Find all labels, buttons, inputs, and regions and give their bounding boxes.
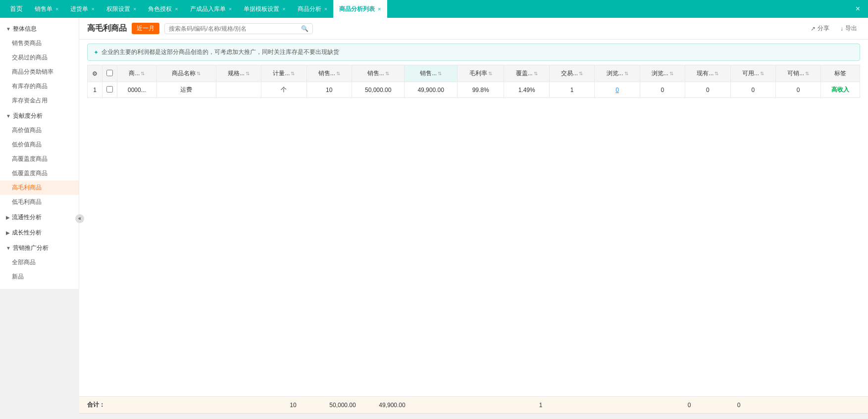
close-analysis-tab[interactable]: × bbox=[324, 6, 327, 12]
row-checkbox[interactable] bbox=[106, 86, 113, 93]
sort-icon-sales3: ⇅ bbox=[438, 71, 442, 76]
nav-product-entry[interactable]: 产成品入库单 × bbox=[184, 0, 238, 18]
sidebar-section-marketing: ▼ 营销推广分析 全部商品 新品 bbox=[0, 241, 79, 284]
col-code[interactable]: 商... ⇅ bbox=[117, 65, 157, 82]
section-arrow-contribution: ▼ bbox=[6, 113, 11, 119]
sidebar-item-low-margin[interactable]: 低毛利商品 bbox=[0, 195, 79, 209]
sort-icon-browse2: ⇅ bbox=[669, 71, 673, 76]
sort-icon-sales2: ⇅ bbox=[385, 71, 389, 76]
col-sales1[interactable]: 销售... ⇅ bbox=[306, 65, 352, 82]
close-template-tab[interactable]: × bbox=[282, 6, 285, 12]
cell-checkbox bbox=[102, 82, 117, 98]
col-coverage[interactable]: 覆盖... ⇅ bbox=[504, 65, 549, 82]
col-browse1[interactable]: 浏览... ⇅ bbox=[595, 65, 640, 82]
col-gross-rate[interactable]: 毛利率 ⇅ bbox=[457, 65, 504, 82]
col-name[interactable]: 商品名称 ⇅ bbox=[156, 65, 216, 82]
sort-icon-current: ⇅ bbox=[715, 71, 718, 76]
sidebar-collapse-btn[interactable]: « bbox=[75, 214, 84, 223]
sidebar-item-category-rate[interactable]: 商品分类助销率 bbox=[0, 65, 79, 79]
sidebar-section-contribution-title[interactable]: ▼ 贡献度分析 bbox=[0, 109, 79, 123]
sidebar-section-liquidity-title[interactable]: ▶ 流通性分析 bbox=[0, 210, 79, 225]
sidebar-item-new-goods[interactable]: 新品 bbox=[0, 270, 79, 284]
col-available[interactable]: 可用... ⇅ bbox=[730, 65, 775, 82]
tag-label: 高收入 bbox=[831, 86, 849, 93]
sort-icon-unit: ⇅ bbox=[291, 71, 295, 76]
cell-gross-rate: 99.8% bbox=[457, 82, 504, 98]
table-header-row: ⚙ 商... ⇅ 商品名称 bbox=[88, 65, 860, 82]
export-button[interactable]: ↓ 导出 bbox=[837, 23, 860, 34]
filter-month-button[interactable]: 近一月 bbox=[132, 23, 159, 34]
col-transaction[interactable]: 交易... ⇅ bbox=[549, 65, 594, 82]
nav-sales[interactable]: 销售单 × bbox=[29, 0, 64, 18]
horizontal-scrollbar[interactable] bbox=[79, 413, 868, 419]
cell-available: 0 bbox=[730, 82, 775, 98]
sidebar-section-marketing-title[interactable]: ▼ 营销推广分析 bbox=[0, 241, 79, 255]
col-sales3[interactable]: 销售... ⇅ bbox=[405, 65, 457, 82]
col-spec[interactable]: 规格... ⇅ bbox=[216, 65, 261, 82]
info-icon: ✦ bbox=[94, 49, 99, 56]
footer-sales3: 49,900.00 bbox=[372, 402, 412, 409]
info-text: 企业的主要的利润都是这部分商品创造的，可考虑加大推广，同时关注库存是不要出现缺货 bbox=[102, 48, 339, 56]
sort-icon-code: ⇅ bbox=[141, 71, 145, 76]
sort-icon-gross: ⇅ bbox=[488, 71, 492, 76]
close-purchase-tab[interactable]: × bbox=[91, 6, 94, 12]
sort-icon-browse1: ⇅ bbox=[624, 71, 628, 76]
col-settings[interactable]: ⚙ bbox=[88, 65, 102, 82]
info-banner: ✦ 企业的主要的利润都是这部分商品创造的，可考虑加大推广，同时关注库存是不要出现… bbox=[87, 44, 860, 61]
window-close-button[interactable]: × bbox=[852, 4, 864, 13]
search-input[interactable] bbox=[169, 25, 299, 32]
sidebar-item-stocked-goods[interactable]: 有库存的商品 bbox=[0, 79, 79, 93]
nav-permissions[interactable]: 权限设置 × bbox=[101, 0, 142, 18]
share-button[interactable]: ↗ 分享 bbox=[808, 23, 832, 34]
settings-icon: ⚙ bbox=[92, 70, 98, 77]
sidebar-item-low-value[interactable]: 低价值商品 bbox=[0, 138, 79, 152]
content-header: 高毛利商品 近一月 🔍 ↗ 分享 ↓ 导出 bbox=[79, 18, 868, 40]
col-sales2[interactable]: 销售... ⇅ bbox=[352, 65, 404, 82]
nav-template-settings[interactable]: 单据模板设置 × bbox=[238, 0, 291, 18]
main-layout: ▼ 整体信息 销售类商品 交易过的商品 商品分类助销率 有库存的商品 库存资金占… bbox=[0, 18, 868, 419]
close-roles-tab[interactable]: × bbox=[175, 6, 178, 12]
cell-browse1[interactable]: 0 bbox=[595, 82, 640, 98]
table-container: ⚙ 商... ⇅ 商品名称 bbox=[79, 65, 868, 396]
search-icon[interactable]: 🔍 bbox=[301, 25, 308, 32]
sidebar-item-inventory-capital[interactable]: 库存资金占用 bbox=[0, 93, 79, 108]
sidebar-item-low-coverage[interactable]: 低覆盖度商品 bbox=[0, 166, 79, 181]
nav-home[interactable]: 首页 bbox=[4, 0, 29, 18]
nav-roles[interactable]: 角色授权 × bbox=[142, 0, 184, 18]
col-tag[interactable]: 标签 bbox=[821, 65, 860, 82]
sidebar-section-overall-title[interactable]: ▼ 整体信息 bbox=[0, 22, 79, 36]
close-analysis-list-tab[interactable]: × bbox=[378, 6, 381, 12]
col-unit[interactable]: 计量... ⇅ bbox=[261, 65, 306, 82]
cell-sales3: 49,900.00 bbox=[405, 82, 457, 98]
sidebar-item-traded-goods[interactable]: 交易过的商品 bbox=[0, 50, 79, 65]
footer-transaction: 1 bbox=[521, 402, 561, 409]
sidebar-item-high-coverage[interactable]: 高覆盖度商品 bbox=[0, 152, 79, 166]
col-browse2[interactable]: 浏览... ⇅ bbox=[640, 65, 685, 82]
section-arrow-liquidity: ▶ bbox=[6, 215, 10, 220]
search-box: 🔍 bbox=[164, 23, 313, 34]
section-arrow-overall: ▼ bbox=[6, 26, 11, 32]
close-product-entry-tab[interactable]: × bbox=[229, 6, 232, 12]
close-permissions-tab[interactable]: × bbox=[133, 6, 136, 12]
cell-coverage: 1.49% bbox=[504, 82, 549, 98]
cell-current: 0 bbox=[685, 82, 730, 98]
nav-purchase[interactable]: 进货单 × bbox=[64, 0, 100, 18]
cell-transaction: 1 bbox=[549, 82, 594, 98]
browse1-link[interactable]: 0 bbox=[615, 87, 619, 93]
sidebar-item-high-margin[interactable]: 高毛利商品 bbox=[0, 181, 79, 195]
table-row: 1 0000... 运费 个 10 50,000.00 49,900.00 99… bbox=[88, 82, 860, 98]
page-title: 高毛利商品 bbox=[87, 23, 127, 34]
close-sales-tab[interactable]: × bbox=[55, 6, 58, 12]
select-all-checkbox[interactable] bbox=[106, 70, 113, 76]
nav-product-analysis-list[interactable]: 商品分析列表 × bbox=[333, 0, 387, 18]
sidebar-item-sales-goods[interactable]: 销售类商品 bbox=[0, 36, 79, 50]
col-current[interactable]: 现有... ⇅ bbox=[685, 65, 730, 82]
action-buttons: ↗ 分享 ↓ 导出 bbox=[808, 23, 860, 34]
sidebar-item-all-goods[interactable]: 全部商品 bbox=[0, 255, 79, 270]
col-sellable[interactable]: 可销... ⇅ bbox=[775, 65, 820, 82]
content-area: 高毛利商品 近一月 🔍 ↗ 分享 ↓ 导出 ✦ 企业的主要的利润都是这部分商品创… bbox=[79, 18, 868, 419]
sidebar-item-high-value[interactable]: 高价值商品 bbox=[0, 123, 79, 138]
nav-product-analysis[interactable]: 商品分析 × bbox=[292, 0, 333, 18]
sidebar-section-growth-title[interactable]: ▶ 成长性分析 bbox=[0, 226, 79, 240]
sidebar-wrapper: ▼ 整体信息 销售类商品 交易过的商品 商品分类助销率 有库存的商品 库存资金占… bbox=[0, 18, 79, 419]
